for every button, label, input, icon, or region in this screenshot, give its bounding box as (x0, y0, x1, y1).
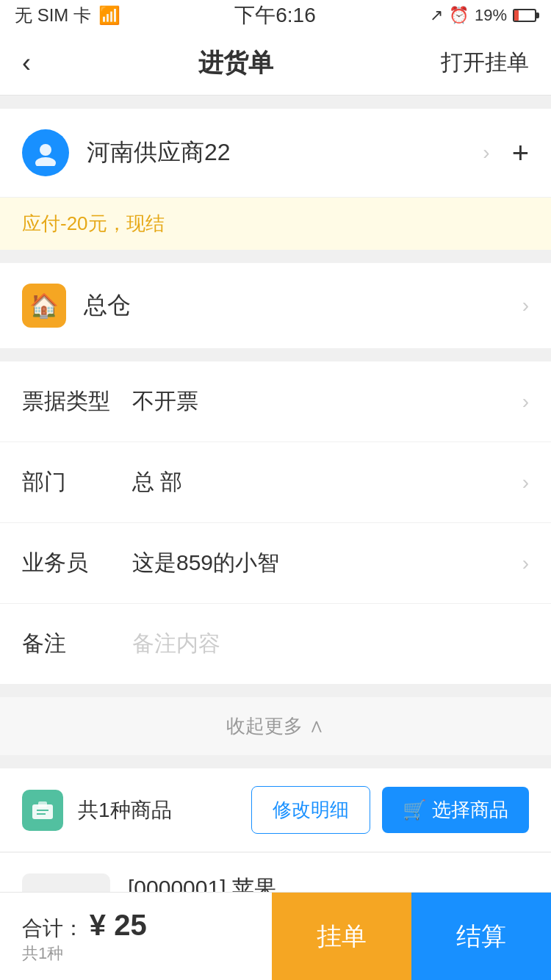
chevron-right-icon: › (522, 471, 529, 494)
open-hang-button[interactable]: 打开挂单 (441, 48, 529, 78)
notice-text: 应付-20元，现结 (22, 212, 165, 234)
collapse-bar[interactable]: 收起更多 ∧ (0, 697, 551, 755)
location-icon: ↗ (430, 6, 443, 25)
salesperson-value: 这是859的小智 (110, 548, 522, 578)
hang-button[interactable]: 挂单 (272, 893, 411, 981)
products-icon (22, 790, 63, 831)
cart-icon: 🛒 (403, 799, 426, 821)
department-label: 部门 (22, 467, 110, 497)
total-count: 共1种 (22, 943, 250, 965)
battery-label: 19% (475, 6, 507, 25)
salesperson-label: 业务员 (22, 548, 110, 578)
status-left: 无 SIM 卡 📶 (15, 4, 120, 27)
form-card: 票据类型 不开票 › 部门 总 部 › 业务员 这是859的小智 › 备注 备注… (0, 361, 551, 684)
chevron-right-icon: › (522, 552, 529, 575)
status-time: 下午6:16 (234, 1, 316, 29)
warehouse-icon: 🏠 (22, 284, 66, 328)
chevron-right-icon: › (522, 390, 529, 414)
bill-type-label: 票据类型 (22, 386, 110, 417)
total-label: 合计： (22, 917, 84, 940)
back-button[interactable]: ‹ (22, 48, 31, 79)
warehouse-card: 🏠 总仓 › (0, 263, 551, 348)
nav-bar: ‹ 进货单 打开挂单 (0, 31, 551, 96)
total-value: ¥ 25 (90, 909, 147, 941)
products-count: 共1种商品 (78, 796, 251, 824)
salesperson-row[interactable]: 业务员 这是859的小智 › (0, 523, 551, 604)
bill-type-row[interactable]: 票据类型 不开票 › (0, 361, 551, 442)
select-product-button[interactable]: 🛒 选择商品 (382, 787, 529, 833)
supplier-name: 河南供应商22 (87, 137, 483, 169)
supplier-row[interactable]: 河南供应商22 › + (0, 109, 551, 198)
remark-label: 备注 (22, 629, 110, 659)
add-button[interactable]: + (512, 137, 529, 170)
battery-icon (513, 9, 536, 22)
remark-row[interactable]: 备注 备注内容 (0, 604, 551, 684)
sim-label: 无 SIM 卡 (15, 4, 91, 27)
bill-type-value: 不开票 (110, 386, 522, 417)
total-row: 合计： ¥ 25 (22, 909, 250, 943)
notice-bar: 应付-20元，现结 (0, 198, 551, 250)
total-section: 合计： ¥ 25 共1种 (0, 909, 272, 965)
svg-point-1 (35, 157, 56, 166)
checkout-button[interactable]: 结算 (411, 893, 551, 981)
remark-input[interactable]: 备注内容 (110, 629, 529, 659)
alarm-icon: ⏰ (449, 6, 469, 25)
wifi-icon: 📶 (98, 5, 120, 26)
supplier-avatar (22, 129, 69, 176)
edit-detail-button[interactable]: 修改明细 (251, 786, 370, 834)
status-bar: 无 SIM 卡 📶 下午6:16 ↗ ⏰ 19% (0, 0, 551, 31)
svg-rect-3 (38, 801, 47, 807)
svg-point-0 (40, 144, 51, 156)
supplier-card: 河南供应商22 › + 应付-20元，现结 (0, 109, 551, 250)
warehouse-name: 总仓 (84, 289, 522, 322)
status-right: ↗ ⏰ 19% (430, 6, 536, 25)
warehouse-row[interactable]: 🏠 总仓 › (0, 263, 551, 348)
chevron-right-icon: › (483, 141, 489, 165)
department-row[interactable]: 部门 总 部 › (0, 442, 551, 523)
bottom-bar: 合计： ¥ 25 共1种 挂单 结算 (0, 892, 551, 980)
page-title: 进货单 (198, 46, 273, 80)
chevron-right-icon: › (522, 294, 529, 317)
department-value: 总 部 (110, 467, 522, 497)
products-header: 共1种商品 修改明细 🛒 选择商品 (0, 768, 551, 851)
